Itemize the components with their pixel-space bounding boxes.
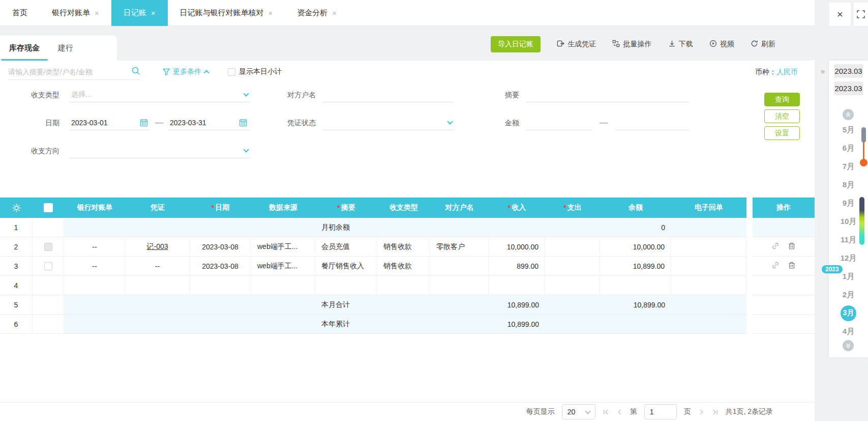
filter-counterparty-input[interactable]: [322, 87, 454, 102]
cell-value: 零散客户: [436, 242, 465, 251]
link-icon[interactable]: [771, 242, 780, 252]
download-button[interactable]: 下载: [668, 40, 693, 49]
cell-balance: 10,899.00: [600, 295, 671, 315]
tab-close-icon[interactable]: ×: [268, 9, 273, 17]
select-all-checkbox[interactable]: [44, 203, 53, 212]
filter-direction-label: 收支方向: [27, 143, 59, 158]
filter-date-from[interactable]: 2023-03-01: [69, 115, 150, 130]
cell-voucher: [126, 315, 190, 334]
month-label: 4月: [843, 327, 854, 336]
table-row: 6本年累计10,899.00: [0, 315, 746, 334]
required-asterisk: *: [508, 204, 511, 212]
generate-voucher-button[interactable]: 生成凭证: [557, 40, 596, 49]
period-chip[interactable]: 2023.03: [834, 64, 863, 78]
window-close-button[interactable]: ×: [829, 3, 851, 26]
filter-direction-select[interactable]: [69, 143, 250, 158]
month-item[interactable]: 12月: [829, 249, 868, 267]
cell-counterparty: [430, 218, 489, 237]
currency-value[interactable]: 人民币: [776, 68, 798, 76]
scroll-marker-orange: [861, 127, 866, 169]
page-number-input[interactable]: 1: [644, 404, 677, 419]
account-tab[interactable]: 建行: [49, 36, 82, 61]
month-item[interactable]: 8月: [829, 176, 868, 194]
filter-type-select[interactable]: 选择...: [69, 87, 250, 102]
column-settings-gear-icon[interactable]: [0, 198, 33, 218]
refresh-icon: [751, 40, 758, 49]
trash-icon[interactable]: [788, 261, 796, 271]
query-button[interactable]: 查询: [764, 93, 800, 106]
month-label: 12月: [841, 254, 857, 263]
calendar-icon[interactable]: [140, 119, 148, 127]
filter-status-select[interactable]: [322, 115, 454, 130]
video-button[interactable]: 视频: [709, 40, 734, 49]
cell-income: 10,899.00: [489, 295, 545, 315]
month-label: 7月: [843, 162, 854, 172]
month-item[interactable]: 4月: [829, 322, 868, 341]
row-checkbox[interactable]: [44, 243, 52, 251]
more-filters-toggle[interactable]: 更多条件: [163, 67, 208, 76]
cell-value: 月初余额: [321, 223, 350, 232]
first-page-button[interactable]: [603, 409, 609, 415]
filter-amount-to[interactable]: [615, 115, 689, 130]
cell-value: 10,899.00: [633, 262, 665, 270]
window-tab[interactable]: 资金分析×: [285, 0, 349, 26]
tab-close-icon[interactable]: ×: [151, 9, 156, 17]
account-tab[interactable]: 库存现金: [0, 36, 49, 61]
link-icon[interactable]: [771, 261, 780, 271]
filter-amount-label: 金额: [485, 115, 519, 130]
filter-date-to[interactable]: 2023-03-31: [168, 115, 249, 130]
chevron-down-icon: [447, 119, 453, 124]
trash-icon[interactable]: [788, 242, 796, 252]
cell-type: [377, 295, 430, 315]
cell-voucher: 记-003: [126, 237, 190, 257]
tab-close-icon[interactable]: ×: [332, 9, 337, 17]
period-chip[interactable]: 2023.03: [834, 81, 863, 95]
batch-operation-button[interactable]: 批量操作: [612, 40, 651, 49]
cell-value: 10,899.00: [634, 301, 665, 309]
calendar-icon[interactable]: [239, 119, 247, 127]
month-item[interactable]: 3月: [829, 304, 868, 322]
chevron-down-icon: [243, 147, 249, 152]
operations-header: 操作: [753, 198, 815, 218]
months-scroll-down-button[interactable]: [843, 340, 854, 351]
panel-expand-button[interactable]: »: [817, 63, 829, 79]
next-page-button[interactable]: [698, 409, 705, 415]
filter-amount-from[interactable]: [526, 115, 592, 130]
column-header-date: *日期: [190, 198, 251, 218]
cell-balance: 0: [600, 218, 671, 237]
settings-button[interactable]: 设置: [764, 126, 800, 140]
month-label: 1月: [843, 272, 854, 282]
months-scroll-up-button[interactable]: [843, 109, 854, 120]
tab-close-icon[interactable]: ×: [95, 9, 99, 17]
prev-page-button[interactable]: [616, 409, 623, 415]
cell-summary: 本年累计: [315, 315, 377, 334]
import-journal-button[interactable]: 导入日记账: [491, 36, 541, 52]
operations-row: [753, 257, 815, 276]
filter-summary-input[interactable]: [526, 87, 689, 102]
last-page-button[interactable]: [712, 409, 719, 415]
pagination-bar: 每页显示 20 第 1 页 共1页, 2条记录: [0, 402, 815, 421]
filter-status-label: 凭证状态: [279, 115, 316, 130]
daily-subtotal-toggle[interactable]: 显示本日小计: [228, 67, 282, 76]
refresh-button[interactable]: 刷新: [751, 40, 775, 49]
page-size-label: 每页显示: [526, 407, 555, 416]
daily-subtotal-checkbox[interactable]: [228, 68, 235, 76]
month-item[interactable]: 2月: [829, 286, 868, 304]
page-size-select[interactable]: 20: [562, 404, 595, 419]
row-checkbox[interactable]: [44, 262, 52, 270]
window-tab[interactable]: 首页: [0, 0, 40, 26]
currency-row: 币种：人民币: [755, 68, 798, 77]
date-to-value: 2023-03-31: [170, 119, 206, 127]
cell-summary: 会员充值: [315, 237, 377, 257]
cell-bank_stmt: [64, 295, 126, 315]
batch-operation-label: 批量操作: [623, 40, 651, 49]
window-tab[interactable]: 日记账×: [111, 0, 168, 26]
cell-value-link[interactable]: 记-003: [146, 242, 168, 251]
clear-button[interactable]: 清空: [764, 109, 800, 123]
fullscreen-button[interactable]: [854, 3, 868, 26]
window-tab[interactable]: 日记账与银行对账单核对×: [168, 0, 285, 26]
cell-receipt: [671, 257, 746, 276]
window-tab[interactable]: 银行对账单×: [40, 0, 111, 26]
search-input[interactable]: [8, 68, 131, 76]
search-icon[interactable]: [131, 66, 140, 77]
